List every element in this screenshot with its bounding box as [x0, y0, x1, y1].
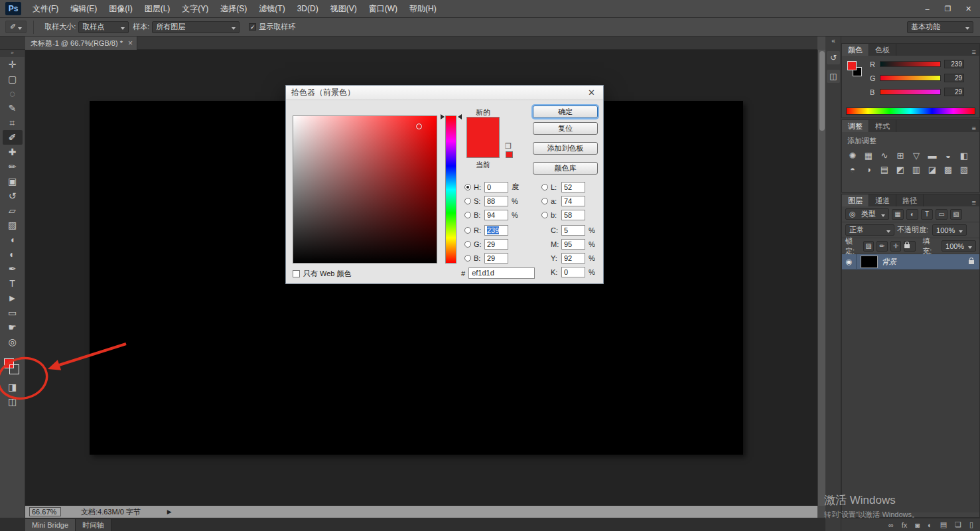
lab-a-radio[interactable]: [541, 198, 548, 204]
menu-item-select[interactable]: 选择(S): [214, 0, 253, 18]
close-icon[interactable]: ✕: [959, 3, 977, 15]
menu-item-edit[interactable]: 编辑(E): [64, 0, 103, 18]
pen-tool-icon[interactable]: ✒: [3, 262, 23, 276]
panel-foreground-swatch[interactable]: [847, 61, 857, 70]
saturation-brightness-field[interactable]: [293, 115, 437, 264]
adjustment-layer-icon[interactable]: ◐: [928, 521, 932, 529]
adjustment-posterize-icon[interactable]: ▥: [908, 163, 924, 177]
lab-l-radio[interactable]: [541, 184, 548, 190]
out-of-web-gamut-icon[interactable]: ❒: [505, 142, 512, 151]
tab-paths[interactable]: 路径: [896, 194, 924, 206]
tab-mini-bridge[interactable]: Mini Bridge: [25, 519, 76, 531]
adjustment-color-balance-icon[interactable]: ◒: [940, 149, 956, 163]
green-field[interactable]: 29: [484, 239, 508, 250]
status-flyout-icon[interactable]: ▶: [167, 508, 172, 515]
lock-all-icon[interactable]: [904, 241, 916, 252]
dialog-close-icon[interactable]: ✕: [585, 88, 598, 98]
tab-color[interactable]: 颜色: [842, 44, 869, 56]
tab-timeline[interactable]: 时间轴: [76, 519, 111, 531]
menu-item-help[interactable]: 帮助(H): [403, 0, 443, 18]
reset-button[interactable]: 复位: [533, 122, 598, 135]
adjustment-gradient-map-icon[interactable]: ▩: [940, 163, 956, 177]
filter-smart-object-icon[interactable]: ▧: [950, 209, 962, 220]
tab-swatches[interactable]: 色板: [869, 44, 896, 56]
hue-radio[interactable]: [464, 184, 471, 190]
marquee-tool-icon[interactable]: ▢: [3, 72, 23, 86]
lock-position-icon[interactable]: ✛: [890, 241, 902, 252]
zoom-tool-icon[interactable]: ◎: [3, 335, 23, 349]
sample-size-select[interactable]: 取样点: [78, 21, 129, 33]
saturation-radio[interactable]: [464, 198, 471, 204]
minimize-icon[interactable]: –: [918, 3, 936, 15]
menu-item-image[interactable]: 图像(I): [103, 0, 138, 18]
background-color-swatch[interactable]: [9, 364, 19, 374]
eyedropper-tool-icon[interactable]: ✐: [3, 130, 23, 145]
adjustment-selective-color-icon[interactable]: ▧: [956, 163, 972, 177]
red-field[interactable]: 239: [484, 225, 508, 236]
delete-layer-icon[interactable]: ▯: [969, 520, 973, 529]
lab-a-field[interactable]: 74: [561, 196, 585, 206]
panel-menu-icon[interactable]: ≡: [972, 124, 979, 132]
zoom-level-field[interactable]: 66.67%: [29, 507, 61, 516]
green-radio[interactable]: [464, 241, 471, 248]
adjustment-black-white-icon[interactable]: ◧: [956, 149, 972, 163]
tab-layers[interactable]: 图层: [842, 194, 869, 206]
dialog-title-bar[interactable]: 拾色器（前景色） ✕: [286, 86, 603, 100]
filter-adjustment-layers-icon[interactable]: ◐: [906, 209, 918, 220]
show-sampling-ring-checkbox[interactable]: ✓: [249, 23, 256, 31]
hue-slider-arrow-left[interactable]: [441, 114, 445, 119]
properties-panel-icon[interactable]: ◫: [827, 70, 840, 83]
history-panel-icon[interactable]: ↺: [827, 51, 840, 64]
opacity-field[interactable]: 100%: [932, 224, 967, 236]
adjustment-brightness-contrast-icon[interactable]: ✺: [845, 149, 861, 163]
green-value-field[interactable]: 29: [944, 74, 964, 82]
dodge-tool-icon[interactable]: ◐: [3, 247, 23, 262]
filter-type-layers-icon[interactable]: T: [921, 209, 933, 220]
adjustment-vibrance-icon[interactable]: ▽: [908, 149, 924, 163]
blue-radio[interactable]: [464, 255, 471, 262]
blend-mode-select[interactable]: 正常: [845, 224, 894, 236]
menu-item-view[interactable]: 视图(V): [324, 0, 363, 18]
red-slider[interactable]: [880, 61, 941, 67]
vertical-scrollbar[interactable]: [817, 50, 825, 506]
layer-effects-icon[interactable]: fx: [902, 521, 908, 529]
workspace-switcher[interactable]: 基本功能: [907, 21, 973, 33]
black-field[interactable]: 0: [561, 267, 585, 277]
ok-button[interactable]: 确定: [533, 106, 598, 118]
menu-item-type[interactable]: 文字(Y): [176, 0, 214, 18]
lab-b-radio[interactable]: [541, 212, 548, 218]
adjustment-threshold-icon[interactable]: ◪: [924, 163, 940, 177]
link-layers-icon[interactable]: ∞: [888, 521, 894, 529]
lock-transparency-icon[interactable]: ▨: [863, 241, 875, 252]
path-selection-tool-icon[interactable]: ►: [3, 291, 23, 305]
yellow-field[interactable]: 92: [561, 253, 585, 264]
adjustment-channel-mixer-icon[interactable]: ◑: [861, 163, 876, 177]
hue-slider[interactable]: [445, 115, 456, 264]
panel-menu-icon[interactable]: ≡: [972, 48, 979, 56]
color-spectrum-ramp[interactable]: [846, 108, 975, 115]
red-radio[interactable]: [464, 227, 471, 234]
web-safe-color-swatch[interactable]: [506, 151, 513, 158]
restore-icon[interactable]: ❐: [939, 3, 957, 15]
hex-field[interactable]: ef1d1d: [468, 267, 535, 279]
menu-item-file[interactable]: 文件(F): [27, 0, 64, 18]
sample-layers-select[interactable]: 所有图层: [152, 21, 240, 33]
add-to-swatches-button[interactable]: 添加到色板: [533, 142, 598, 155]
hue-field[interactable]: 0: [484, 182, 508, 192]
layer-mask-icon[interactable]: ◙: [915, 521, 920, 529]
eraser-tool-icon[interactable]: ▱: [3, 203, 23, 218]
layer-name[interactable]: 背景: [882, 257, 969, 267]
lasso-tool-icon[interactable]: ◌: [3, 86, 23, 101]
lock-pixels-icon[interactable]: ✏: [876, 241, 888, 252]
tab-styles[interactable]: 样式: [869, 120, 896, 132]
menu-item-filter[interactable]: 滤镜(T): [253, 0, 291, 18]
screen-mode-icon[interactable]: ◫: [3, 394, 23, 409]
web-colors-only-checkbox[interactable]: [293, 270, 300, 277]
blue-value-field[interactable]: 29: [944, 88, 964, 96]
rectangle-tool-icon[interactable]: ▭: [3, 305, 23, 320]
adjustment-photo-filter-icon[interactable]: ◓: [845, 163, 861, 177]
lab-l-field[interactable]: 52: [561, 182, 585, 192]
crop-tool-icon[interactable]: ⌗: [3, 115, 23, 130]
spot-healing-tool-icon[interactable]: ✚: [3, 145, 23, 159]
cyan-field[interactable]: 5: [561, 225, 585, 236]
